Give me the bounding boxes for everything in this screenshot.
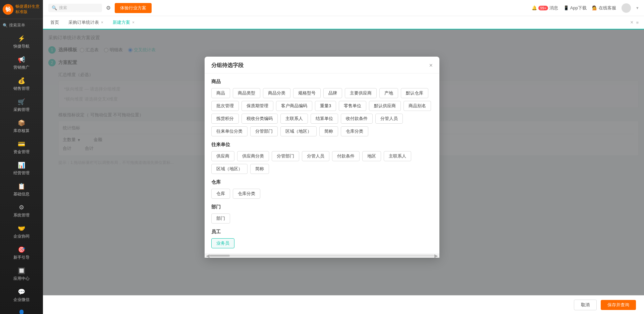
online-service-area[interactable]: 💁 在线客服 — [592, 5, 616, 11]
sidebar-item-sales[interactable]: 💰 销售管理 — [0, 74, 43, 95]
field-tag-origin[interactable]: 产地 — [379, 88, 398, 98]
field-tag-dept[interactable]: 部门 — [211, 213, 230, 224]
field-grid-warehouse: 仓库仓库分类 — [211, 189, 433, 199]
tabs-close-all[interactable]: × — [630, 19, 633, 25]
sidebar-item-marketing[interactable]: 📢 营销推广 — [0, 53, 43, 74]
field-tag-warehouse-cat[interactable]: 仓库分类 — [233, 189, 260, 199]
guide-icon: 🎯 — [18, 246, 25, 253]
dialog-hscroll[interactable]: ◀ ▶ — [205, 254, 439, 258]
dialog-close-button[interactable]: × — [429, 62, 433, 69]
field-tag-abbr-product[interactable]: 简称 — [319, 126, 338, 136]
sidebar-item-basic[interactable]: 📋 基础信息 — [0, 179, 43, 200]
experience-btn[interactable]: 体验行业方案 — [115, 3, 152, 13]
field-tag-salesperson[interactable]: 业务员 — [211, 238, 234, 248]
field-tag-tax-code[interactable]: 税收分类编码 — [241, 114, 278, 124]
app-download-area[interactable]: 📱 App下载 — [564, 5, 587, 11]
field-selection-dialog: 分组待选字段 × 商品商品商品类型商品分类规格型号品牌主要供应商产地默认仓库批次… — [205, 57, 439, 258]
sidebar-item-purchase[interactable]: 🛒 采购管理 — [0, 95, 43, 116]
member-icon: 👤 — [18, 309, 25, 314]
field-tag-pick-points[interactable]: 拣货积分 — [211, 114, 239, 124]
tab-new-plan-close[interactable]: × — [132, 20, 135, 25]
sidebar-item-finance[interactable]: 💳 资金管理 — [0, 137, 43, 158]
wechat-icon: 💬 — [18, 288, 25, 296]
user-dropdown-icon[interactable]: ▾ — [636, 5, 639, 10]
field-tag-brand[interactable]: 品牌 — [323, 88, 342, 98]
field-tag-region-cp[interactable]: 地区 — [362, 151, 381, 161]
dialog-title: 分组待选字段 — [211, 62, 244, 69]
field-tag-main-contact-cp[interactable]: 主联系人 — [384, 151, 411, 161]
field-tag-customer-code[interactable]: 客户商品编码 — [276, 101, 312, 111]
field-tag-product[interactable]: 商品 — [211, 88, 230, 98]
section-product: 商品商品商品类型商品分类规格型号品牌主要供应商产地默认仓库批次管理保质期管理客户… — [211, 79, 433, 136]
field-tag-source-dept[interactable]: 往来单位分类 — [211, 126, 248, 136]
marketing-icon: 📢 — [18, 56, 25, 63]
cancel-button[interactable]: 取消 — [574, 300, 597, 310]
topbar-search-area[interactable]: 🔍 搜索 — [48, 4, 102, 12]
field-tag-spec-type[interactable]: 规格型号 — [293, 88, 321, 98]
field-tag-product-alias[interactable]: 商品别名 — [404, 101, 431, 111]
topbar-settings-icon[interactable]: ⚙ — [106, 5, 111, 11]
sidebar-item-operations[interactable]: 📊 经营管理 — [0, 158, 43, 179]
confirm-button[interactable]: 保存并查询 — [601, 300, 636, 310]
field-tag-main-supplier[interactable]: 主要供应商 — [345, 88, 377, 98]
field-tag-region-product[interactable]: 区域（地区） — [280, 126, 317, 136]
sidebar-item-app-center[interactable]: 🔲 应用中心 — [0, 264, 43, 285]
sidebar-item-inventory[interactable]: 📦 库存核算 — [0, 116, 43, 137]
field-tag-region2-cp[interactable]: 区域（地区） — [211, 164, 248, 174]
basic-icon: 📋 — [18, 183, 25, 190]
tabs-menu-icon[interactable]: ≡ — [636, 20, 639, 25]
field-tag-abbr-cp[interactable]: 简称 — [250, 164, 269, 174]
topbar-search-icon: 🔍 — [52, 5, 57, 10]
dialog-header: 分组待选字段 × — [205, 57, 439, 73]
section-title-counterparty: 往来单位 — [211, 142, 433, 148]
field-tag-quality-mgmt[interactable]: 保质期管理 — [241, 101, 273, 111]
field-tag-supplier-category[interactable]: 供应商分类 — [237, 151, 269, 161]
hscroll-thumb[interactable] — [210, 255, 230, 257]
tab-purchase-stats-close[interactable]: × — [101, 20, 103, 25]
field-tag-retail-unit[interactable]: 零售单位 — [339, 101, 366, 111]
field-tag-supplier[interactable]: 供应商 — [211, 151, 234, 161]
sidebar-item-member[interactable]: 👤 畅会员 — [0, 306, 43, 314]
tab-purchase-stats[interactable]: 采购订单统计表 × — [64, 16, 108, 29]
field-tag-product-type[interactable]: 商品类型 — [233, 88, 260, 98]
field-tag-mgmt-dept[interactable]: 分管部门 — [272, 151, 299, 161]
dialog-body: 商品商品商品类型商品分类规格型号品牌主要供应商产地默认仓库批次管理保质期管理客户… — [205, 73, 439, 254]
nav-tabs: 首页 采购订单统计表 × 新建方案 × × ≡ — [43, 16, 644, 29]
field-tag-settlement-unit[interactable]: 结算单位 — [311, 114, 338, 124]
field-tag-payment-terms[interactable]: 收付款条件 — [341, 114, 373, 124]
hscroll-left-arrow[interactable]: ◀ — [206, 253, 210, 258]
operations-icon: 📊 — [18, 162, 25, 169]
sidebar-item-wechat[interactable]: 💬 企业微信 — [0, 285, 43, 306]
notification-area[interactable]: 🔔 99+ 消息 — [532, 5, 558, 11]
field-tag-batch-mgmt[interactable]: 批次管理 — [211, 101, 239, 111]
topbar-left: 🔍 搜索 ⚙ 体验行业方案 — [48, 3, 152, 13]
user-avatar[interactable] — [622, 3, 631, 13]
sidebar-item-corp[interactable]: 🤝 企业协同 — [0, 222, 43, 243]
tab-home[interactable]: 首页 — [46, 16, 64, 29]
action-bar: 取消 保存并查询 — [43, 295, 644, 314]
hscroll-right-arrow[interactable]: ▶ — [434, 253, 438, 258]
field-tag-warehouse[interactable]: 仓库 — [211, 189, 230, 199]
quick-nav-icon: ⚡ — [18, 35, 25, 42]
field-tag-payment-cond[interactable]: 付款条件 — [332, 151, 360, 161]
sidebar-item-guide[interactable]: 🎯 新手引导 — [0, 243, 43, 264]
sidebar: 畅 畅捷通好生意 标准版 🔍 搜索菜单 ⚡ 快捷导航 📢 营销推广 💰 销售管理… — [0, 0, 43, 314]
sidebar-item-system[interactable]: ⚙ 系统管理 — [0, 200, 43, 222]
sidebar-item-quick-nav[interactable]: ⚡ 快捷导航 — [0, 32, 43, 53]
bell-icon: 🔔 — [532, 5, 537, 10]
tab-new-plan[interactable]: 新建方案 × — [108, 16, 139, 29]
field-tag-default-supplier[interactable]: 默认供应商 — [369, 101, 401, 111]
field-tag-product-category[interactable]: 商品分类 — [263, 88, 290, 98]
field-tag-manager[interactable]: 分管人员 — [375, 114, 403, 124]
section-title-department: 部门 — [211, 204, 433, 210]
field-tag-warehouse-category[interactable]: 仓库分类 — [341, 126, 368, 136]
field-tag-default-warehouse[interactable]: 默认仓库 — [401, 88, 428, 98]
field-grid-employee: 业务员 — [211, 238, 433, 248]
purchase-icon: 🛒 — [18, 98, 25, 106]
search-icon: 🔍 — [3, 23, 8, 28]
field-tag-main-contact[interactable]: 主联系人 — [280, 114, 308, 124]
sidebar-search[interactable]: 🔍 搜索菜单 — [0, 19, 43, 32]
field-tag-weight3[interactable]: 重量3 — [315, 101, 336, 111]
field-tag-mgmt-person[interactable]: 分管人员 — [302, 151, 329, 161]
field-tag-dept-mgmt[interactable]: 分管部门 — [250, 126, 278, 136]
